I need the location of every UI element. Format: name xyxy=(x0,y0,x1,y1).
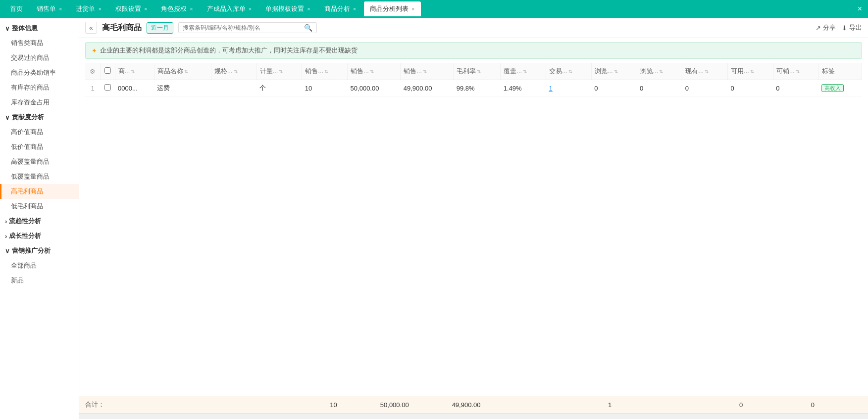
sidebar-group-contribution[interactable]: ∨ 贡献度分析 xyxy=(0,110,79,125)
sidebar-item-new-goods[interactable]: 新品 xyxy=(0,273,79,288)
nav-tab-label: 角色授权 xyxy=(161,4,187,13)
sidebar-item-label: 库存资金占用 xyxy=(11,98,50,106)
transaction-link[interactable]: 1 xyxy=(549,85,553,92)
chevron-down-icon: ∨ xyxy=(5,247,10,255)
nav-tab-close[interactable]: × xyxy=(353,6,356,12)
sidebar-item-low-value[interactable]: 低价值商品 xyxy=(0,140,79,154)
footer-sales-cost: 49,900.00 xyxy=(417,401,489,409)
close-all-icon[interactable]: × xyxy=(858,4,862,13)
table-row: 1 0000... 运费 个 10 50,000.00 49,900.00 99… xyxy=(85,80,862,96)
nav-tab-permission[interactable]: 权限设置 × xyxy=(109,1,153,16)
col-browse2[interactable]: 浏览...⇅ xyxy=(637,63,682,80)
row-coverage: 1.49% xyxy=(501,80,546,96)
period-filter-button[interactable]: 近一月 xyxy=(147,22,173,34)
nav-tab-label: 产成品入库单 xyxy=(207,4,246,13)
search-icon[interactable]: 🔍 xyxy=(304,24,312,32)
col-unit[interactable]: 计量...⇅ xyxy=(256,63,302,80)
nav-tab-template[interactable]: 单据模板设置 × xyxy=(259,1,316,16)
col-coverage[interactable]: 覆盖...⇅ xyxy=(501,63,546,80)
col-sales-amt[interactable]: 销售...⇅ xyxy=(348,63,401,80)
header-actions: ↗ 分享 ⬇ 导出 xyxy=(816,23,862,32)
table-wrapper: ⚙ 商...⇅ 商品名称⇅ 规格...⇅ 计量...⇅ 销售...⇅ 销售...… xyxy=(79,63,868,396)
footer-sales-amt: 50,000.00 xyxy=(345,401,417,409)
nav-tab-close[interactable]: × xyxy=(190,6,193,12)
sidebar-item-high-coverage[interactable]: 高覆盖量商品 xyxy=(0,154,79,169)
row-num: 1 xyxy=(85,80,100,96)
sidebar-item-all-goods[interactable]: 全部商品 xyxy=(0,258,79,273)
sidebar: ∨ 整体信息 销售类商品 交易过的商品 商品分类助销率 有库存的商品 库存资金占… xyxy=(0,18,79,419)
nav-tab-close[interactable]: × xyxy=(144,6,147,12)
sidebar-group-label: 成长性分析 xyxy=(9,232,41,240)
col-sales-qty[interactable]: 销售...⇅ xyxy=(302,63,348,80)
share-button[interactable]: ↗ 分享 xyxy=(816,23,836,32)
info-icon: ✦ xyxy=(92,47,97,54)
nav-tab-role[interactable]: 角色授权 × xyxy=(155,1,199,16)
nav-tab-home[interactable]: 首页 xyxy=(4,1,29,16)
sidebar-group-overview[interactable]: ∨ 整体信息 xyxy=(0,21,79,36)
nav-tab-purchase[interactable]: 进货单 × xyxy=(70,1,107,16)
nav-tab-analysis[interactable]: 商品分析 × xyxy=(318,1,362,16)
sort-icon: ⇅ xyxy=(796,69,800,74)
sidebar-group-trend[interactable]: › 流趋性分析 xyxy=(0,214,79,229)
col-code[interactable]: 商...⇅ xyxy=(115,63,154,80)
nav-tab-product-instock[interactable]: 产成品入库单 × xyxy=(201,1,257,16)
col-sellable[interactable]: 可销...⇅ xyxy=(773,63,818,80)
col-available[interactable]: 可用...⇅ xyxy=(728,63,773,80)
share-label: 分享 xyxy=(823,23,836,32)
sidebar-item-stock-capital[interactable]: 库存资金占用 xyxy=(0,95,79,110)
col-tag[interactable]: 标签 xyxy=(818,63,862,80)
horizontal-scrollbar[interactable] xyxy=(79,413,868,419)
sidebar-group-growth[interactable]: › 成长性分析 xyxy=(0,229,79,243)
nav-tab-analysis-list[interactable]: 商品分析列表 × xyxy=(364,1,420,16)
tag-badge: 高收入 xyxy=(821,84,844,92)
sidebar-item-stocked-goods[interactable]: 有库存的商品 xyxy=(0,80,79,95)
footer-label: 合计： xyxy=(85,400,125,409)
search-input[interactable] xyxy=(183,24,301,31)
col-spec[interactable]: 规格...⇅ xyxy=(211,63,256,80)
row-unit: 个 xyxy=(256,80,302,96)
row-code: 0000... xyxy=(115,80,154,96)
footer-sales-qty: 10 xyxy=(273,401,345,409)
sidebar-item-sales-goods[interactable]: 销售类商品 xyxy=(0,36,79,50)
select-all-checkbox[interactable] xyxy=(104,67,111,74)
nav-tab-close[interactable]: × xyxy=(307,6,310,12)
col-settings[interactable]: ⚙ xyxy=(85,63,100,80)
nav-tab-sales[interactable]: 销售单 × xyxy=(31,1,68,16)
sidebar-item-low-coverage[interactable]: 低覆盖量商品 xyxy=(0,169,79,184)
col-current-stock[interactable]: 现有...⇅ xyxy=(682,63,728,80)
col-transaction[interactable]: 交易...⇅ xyxy=(546,63,592,80)
sidebar-item-high-value[interactable]: 高价值商品 xyxy=(0,125,79,140)
row-checkbox[interactable] xyxy=(104,84,111,91)
col-gross-rate[interactable]: 毛利率⇅ xyxy=(454,63,501,80)
col-sales-cost[interactable]: 销售...⇅ xyxy=(401,63,454,80)
sidebar-group-label: 整体信息 xyxy=(12,24,38,33)
nav-tab-close[interactable]: × xyxy=(59,6,62,12)
col-browse1[interactable]: 浏览...⇅ xyxy=(591,63,637,80)
nav-tab-close[interactable]: × xyxy=(98,6,101,12)
row-tag: 高收入 xyxy=(818,80,862,96)
sidebar-item-label: 低覆盖量商品 xyxy=(11,173,50,180)
chevron-down-icon: ∨ xyxy=(5,114,10,121)
main-layout: ∨ 整体信息 销售类商品 交易过的商品 商品分类助销率 有库存的商品 库存资金占… xyxy=(0,18,868,419)
sidebar-item-category-rate[interactable]: 商品分类助销率 xyxy=(0,65,79,80)
sidebar-item-low-margin[interactable]: 低毛利商品 xyxy=(0,199,79,214)
sidebar-item-label: 新品 xyxy=(11,277,24,284)
sidebar-item-label: 有库存的商品 xyxy=(11,84,50,91)
sidebar-item-label: 交易过的商品 xyxy=(11,54,50,61)
col-name[interactable]: 商品名称⇅ xyxy=(154,63,211,80)
sidebar-group-marketing[interactable]: ∨ 营销推广分析 xyxy=(0,243,79,258)
row-browse1: 0 xyxy=(591,80,637,96)
sort-icon: ⇅ xyxy=(659,69,663,74)
collapse-sidebar-button[interactable]: « xyxy=(85,22,97,34)
nav-tab-close[interactable]: × xyxy=(411,6,414,12)
sidebar-group-label: 贡献度分析 xyxy=(12,113,44,122)
row-transaction: 1 xyxy=(546,80,592,96)
sidebar-item-high-margin[interactable]: 高毛利商品 xyxy=(0,184,79,199)
info-banner: ✦ 企业的主要的利润都是这部分商品创造的，可考虑加大推广，同时关注库存是不要出现… xyxy=(85,42,862,59)
nav-tab-label: 销售单 xyxy=(37,4,56,13)
sidebar-item-label: 全部商品 xyxy=(11,262,37,269)
nav-tab-close[interactable]: × xyxy=(249,6,252,12)
export-button[interactable]: ⬇ 导出 xyxy=(842,23,862,32)
sidebar-item-label: 高价值商品 xyxy=(11,128,43,136)
sidebar-item-traded-goods[interactable]: 交易过的商品 xyxy=(0,50,79,65)
